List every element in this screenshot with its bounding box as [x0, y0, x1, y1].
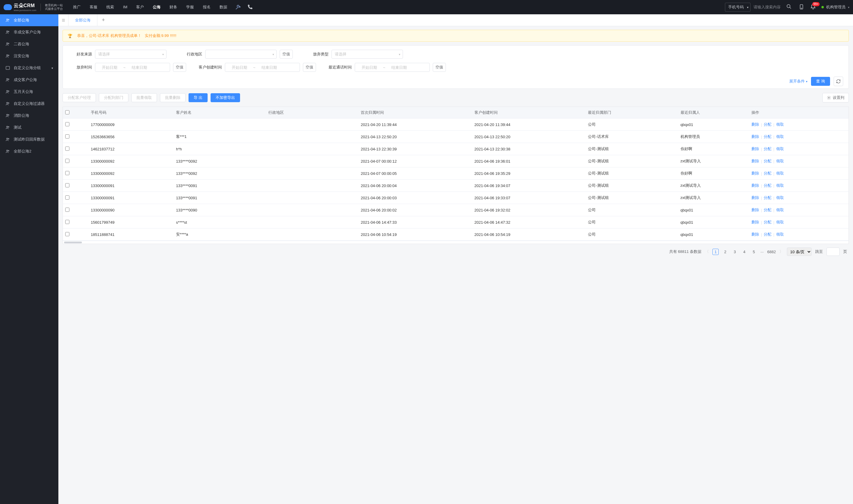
row-assign-link[interactable]: 分配 — [764, 134, 772, 139]
add-tab-button[interactable]: + — [97, 14, 109, 26]
phone-icon[interactable] — [247, 4, 253, 10]
row-checkbox[interactable] — [65, 195, 69, 200]
row-claim-link[interactable]: 领取 — [776, 159, 784, 164]
row-delete-link[interactable]: 删除 — [751, 171, 759, 176]
query-button[interactable]: 查 询 — [811, 77, 830, 86]
row-delete-link[interactable]: 删除 — [751, 183, 759, 188]
row-assign-link[interactable]: 分配 — [764, 183, 772, 188]
nav-item[interactable]: 公海 — [149, 0, 165, 14]
row-checkbox[interactable] — [65, 134, 69, 139]
nav-item[interactable]: IM — [119, 0, 131, 14]
row-delete-link[interactable]: 删除 — [751, 159, 759, 164]
search-type-select[interactable]: 手机号码 — [725, 3, 750, 12]
row-assign-link[interactable]: 分配 — [764, 207, 772, 213]
end-date-input[interactable] — [127, 65, 151, 70]
start-date-input[interactable] — [228, 65, 251, 70]
row-claim-link[interactable]: 领取 — [776, 232, 784, 237]
page-number[interactable]: 3 — [732, 250, 738, 254]
sidebar-item[interactable]: 全部公海2 — [0, 145, 58, 157]
add-user-icon[interactable] — [236, 4, 241, 10]
filter-select[interactable]: 请选择 — [95, 50, 166, 59]
row-claim-link[interactable]: 领取 — [776, 122, 784, 127]
page-size-select[interactable]: 10 条/页 — [787, 248, 812, 256]
row-checkbox[interactable] — [65, 122, 69, 126]
nav-item[interactable]: 报名 — [199, 0, 215, 14]
nav-item[interactable]: 学服 — [182, 0, 198, 14]
start-date-input[interactable] — [358, 65, 381, 70]
end-date-input[interactable] — [257, 65, 281, 70]
row-assign-link[interactable]: 分配 — [764, 122, 772, 127]
notification-icon[interactable]: 99+ — [810, 4, 816, 11]
search-input[interactable] — [754, 3, 786, 12]
collapse-sidebar-button[interactable] — [58, 14, 69, 26]
row-checkbox[interactable] — [65, 220, 69, 224]
row-checkbox[interactable] — [65, 171, 69, 175]
date-range[interactable]: ~ — [95, 63, 170, 72]
mobile-icon[interactable] — [799, 4, 804, 11]
expand-filters-link[interactable]: 展开条件 ▾ — [789, 79, 807, 84]
assign-manager-button[interactable]: 分配客户经理 — [62, 93, 96, 102]
sidebar-item[interactable]: 测试昨日回库数据 — [0, 133, 58, 145]
export-plain-button[interactable]: 不加密导出 — [211, 93, 240, 102]
filter-select[interactable]: 请选择 — [331, 50, 403, 59]
horizontal-scrollbar[interactable] — [63, 241, 849, 244]
row-delete-link[interactable]: 删除 — [751, 146, 759, 151]
filter-select[interactable] — [205, 50, 277, 59]
sidebar-item[interactable]: 二咨公海 — [0, 38, 58, 50]
assign-dept-button[interactable]: 分配到部门 — [99, 93, 128, 102]
row-delete-link[interactable]: 删除 — [751, 195, 759, 200]
nav-item[interactable]: 线索 — [102, 0, 118, 14]
jump-page-input[interactable] — [827, 248, 840, 256]
page-number[interactable]: 5 — [751, 250, 757, 254]
row-delete-link[interactable]: 删除 — [751, 232, 759, 237]
row-claim-link[interactable]: 领取 — [776, 219, 784, 225]
row-assign-link[interactable]: 分配 — [764, 232, 772, 237]
nav-item[interactable]: 推广 — [69, 0, 85, 14]
row-checkbox[interactable] — [65, 208, 69, 212]
prev-page-button[interactable]: 〈 — [705, 249, 709, 254]
sidebar-item[interactable]: 全部公海 — [0, 14, 58, 26]
row-delete-link[interactable]: 删除 — [751, 219, 759, 225]
row-assign-link[interactable]: 分配 — [764, 146, 772, 151]
row-checkbox[interactable] — [65, 232, 69, 236]
row-assign-link[interactable]: 分配 — [764, 219, 772, 225]
end-date-input[interactable] — [387, 65, 411, 70]
row-checkbox[interactable] — [65, 159, 69, 163]
nav-item[interactable]: 客户 — [132, 0, 148, 14]
nav-item[interactable]: 财务 — [165, 0, 181, 14]
row-delete-link[interactable]: 删除 — [751, 122, 759, 127]
next-page-button[interactable]: 〉 — [779, 249, 783, 254]
row-checkbox[interactable] — [65, 183, 69, 187]
row-claim-link[interactable]: 领取 — [776, 146, 784, 151]
sidebar-item[interactable]: 成交客户公海 — [0, 74, 58, 86]
search-icon[interactable] — [786, 4, 792, 10]
page-number[interactable]: 1 — [712, 249, 719, 255]
empty-value-button[interactable]: 空值 — [173, 63, 186, 72]
export-button[interactable]: 导 出 — [188, 93, 207, 102]
empty-value-button[interactable]: 空值 — [303, 63, 316, 72]
sidebar-item[interactable]: 消防公海 — [0, 110, 58, 122]
row-claim-link[interactable]: 领取 — [776, 171, 784, 176]
refresh-button[interactable] — [834, 76, 843, 86]
row-delete-link[interactable]: 删除 — [751, 134, 759, 139]
date-range[interactable]: ~ — [225, 63, 300, 72]
tab-all-public[interactable]: 全部公海 — [69, 14, 97, 26]
row-checkbox[interactable] — [65, 147, 69, 151]
select-all-checkbox[interactable] — [65, 110, 69, 114]
row-assign-link[interactable]: 分配 — [764, 171, 772, 176]
date-range[interactable]: ~ — [355, 63, 430, 72]
row-claim-link[interactable]: 领取 — [776, 183, 784, 188]
row-assign-link[interactable]: 分配 — [764, 195, 772, 200]
start-date-input[interactable] — [98, 65, 122, 70]
page-number[interactable]: 4 — [741, 250, 747, 254]
row-assign-link[interactable]: 分配 — [764, 159, 772, 164]
sidebar-item[interactable]: 自定义公海分组▾ — [0, 62, 58, 74]
batch-delete-button[interactable]: 批量删除 — [160, 93, 185, 102]
empty-value-button[interactable]: 空值 — [280, 50, 293, 59]
sidebar-item[interactable]: 五月天公海 — [0, 86, 58, 98]
row-claim-link[interactable]: 领取 — [776, 207, 784, 213]
sidebar-item[interactable]: 注安公海 — [0, 50, 58, 62]
sidebar-item[interactable]: 自定义公海过滤器 — [0, 98, 58, 110]
batch-claim-button[interactable]: 批量领取 — [131, 93, 157, 102]
row-claim-link[interactable]: 领取 — [776, 134, 784, 139]
